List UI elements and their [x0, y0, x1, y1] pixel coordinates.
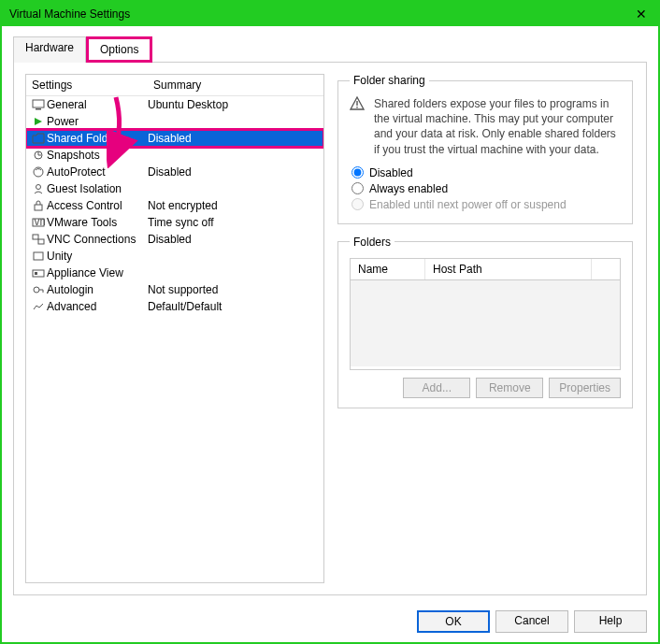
advanced-icon [30, 301, 47, 312]
add-button[interactable]: Add... [403, 378, 470, 398]
folders-legend: Folders [350, 236, 395, 249]
svg-rect-5 [35, 205, 42, 210]
col-settings-header: Settings [26, 75, 148, 95]
warning-row: Shared folders expose your files to prog… [350, 96, 621, 157]
list-item[interactable]: AdvancedDefault/Default [26, 298, 323, 315]
vnc-icon [30, 234, 47, 245]
right-pane: Folder sharing Shared folders expose you… [336, 74, 635, 583]
content-area: Hardware Options Settings Summary Genera… [2, 26, 658, 603]
list-item-name: AutoProtect [47, 165, 148, 179]
list-item[interactable]: Appliance View [26, 265, 323, 281]
warning-icon [350, 96, 366, 157]
list-item-name: Power [47, 115, 148, 128]
list-item[interactable]: Guest Isolation [26, 180, 323, 197]
cancel-button[interactable]: Cancel [495, 610, 568, 633]
folders-table-header: Name Host Path [351, 259, 620, 280]
folders-group: Folders Name Host Path Add... Remove [337, 236, 633, 408]
list-item[interactable]: Unity [26, 248, 323, 265]
list-item-summary: Disabled [148, 233, 320, 246]
tools-icon: vm [30, 217, 47, 228]
autologin-icon [30, 284, 47, 295]
unity-icon [30, 250, 47, 262]
tab-bar: Hardware Options [13, 36, 647, 62]
list-item-name: Shared Folders [47, 132, 148, 145]
list-item-name: Guest Isolation [47, 182, 148, 195]
svg-rect-8 [33, 235, 38, 239]
list-item-summary: Disabled [148, 165, 320, 179]
list-item-name: Unity [47, 250, 148, 263]
svg-rect-14 [356, 101, 357, 106]
settings-list: Settings Summary GeneralUbuntu DesktopPo… [25, 74, 324, 583]
list-item[interactable]: AutologinNot supported [26, 281, 323, 298]
close-icon[interactable]: ✕ [632, 7, 651, 21]
list-item-name: Snapshots [47, 149, 148, 162]
list-item[interactable]: Access ControlNot encrypted [26, 197, 323, 214]
svg-rect-11 [33, 270, 44, 277]
appliance-icon [30, 267, 47, 279]
list-item[interactable]: AutoProtectDisabled [26, 164, 323, 180]
folder-sharing-group: Folder sharing Shared folders expose you… [337, 74, 633, 224]
list-item-summary: Default/Default [148, 300, 320, 313]
svg-text:vm: vm [35, 217, 46, 228]
svg-rect-0 [33, 100, 44, 107]
svg-point-13 [34, 287, 39, 293]
auto-icon [30, 166, 47, 178]
general-icon [30, 99, 47, 110]
list-item-name: Advanced [47, 300, 148, 313]
folder-sharing-legend: Folder sharing [350, 74, 429, 87]
list-body: GeneralUbuntu DesktopPowerShared Folders… [26, 96, 323, 582]
svg-rect-9 [38, 239, 44, 244]
radio-disabled[interactable] [352, 166, 364, 179]
list-header: Settings Summary [26, 75, 323, 96]
vm-settings-window: Virtual Machine Settings ✕ Hardware Opti… [0, 0, 660, 644]
dialog-footer: OK Cancel Help [2, 603, 658, 642]
radio-until-label: Enabled until next power off or suspend [369, 198, 567, 211]
folders-col-name: Name [351, 259, 425, 279]
ok-button[interactable]: OK [417, 610, 490, 633]
tab-hardware[interactable]: Hardware [13, 36, 86, 63]
list-item-summary: Not supported [148, 283, 320, 296]
folder-icon [30, 133, 47, 144]
list-item-summary: Not encrypted [148, 199, 320, 212]
folders-table-body [351, 280, 620, 366]
list-item-name: General [47, 98, 148, 111]
svg-rect-10 [34, 252, 43, 260]
svg-rect-1 [36, 108, 41, 110]
list-item[interactable]: GeneralUbuntu Desktop [26, 96, 323, 113]
svg-point-4 [36, 185, 41, 190]
window-title: Virtual Machine Settings [9, 7, 632, 21]
help-button[interactable]: Help [574, 610, 647, 633]
properties-button[interactable]: Properties [549, 378, 621, 398]
list-item-name: VNC Connections [47, 233, 148, 246]
list-item-summary: Time sync off [148, 216, 320, 229]
radio-disabled-row[interactable]: Disabled [352, 166, 621, 179]
titlebar: Virtual Machine Settings ✕ [2, 2, 658, 26]
power-icon [30, 116, 47, 127]
list-item-name: Appliance View [47, 266, 148, 279]
list-item-name: Access Control [47, 199, 148, 212]
list-item[interactable]: Snapshots [26, 147, 323, 164]
list-item[interactable]: VNC ConnectionsDisabled [26, 231, 323, 248]
list-item[interactable]: Power [26, 113, 323, 130]
warning-text: Shared folders expose your files to prog… [374, 96, 621, 157]
remove-button[interactable]: Remove [476, 378, 543, 398]
list-item[interactable]: Shared FoldersDisabled [26, 130, 323, 147]
list-item[interactable]: vmVMware ToolsTime sync off [26, 214, 323, 231]
svg-rect-15 [356, 107, 357, 108]
folders-table: Name Host Path [350, 258, 621, 370]
folders-col-path: Host Path [425, 259, 592, 279]
panel: Settings Summary GeneralUbuntu DesktopPo… [13, 62, 647, 595]
folders-col-end [592, 259, 620, 279]
list-item-name: VMware Tools [47, 216, 148, 229]
access-icon [30, 200, 47, 211]
radio-always-label: Always enabled [369, 182, 448, 195]
snapshot-icon [30, 150, 47, 161]
list-item-summary: Ubuntu Desktop [148, 98, 320, 111]
radio-always-row[interactable]: Always enabled [352, 182, 621, 195]
radio-disabled-label: Disabled [369, 166, 413, 179]
guest-icon [30, 183, 47, 194]
list-item-name: Autologin [47, 283, 148, 296]
radio-always[interactable] [352, 182, 364, 194]
radio-until-row: Enabled until next power off or suspend [352, 198, 621, 211]
tab-options[interactable]: Options [86, 36, 152, 63]
